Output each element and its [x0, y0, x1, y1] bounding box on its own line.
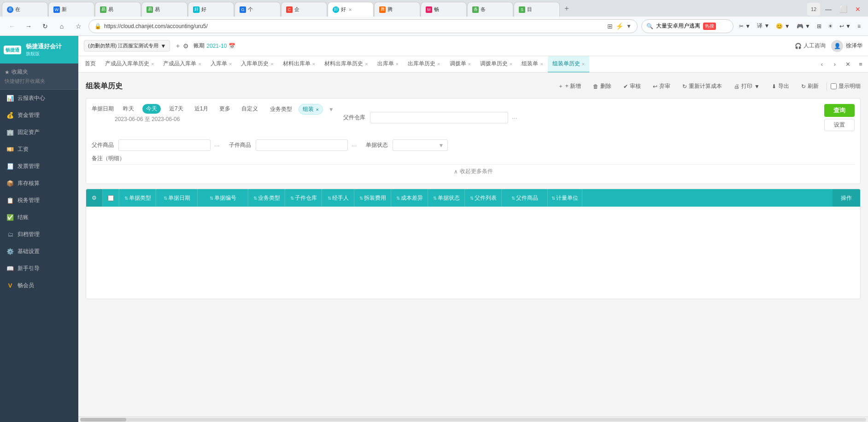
- th-parent-goods[interactable]: ⇅ 父件商品: [502, 189, 548, 207]
- th-checkbox[interactable]: [103, 189, 119, 207]
- sidebar-item-member[interactable]: V 畅会员: [0, 277, 78, 294]
- sidebar-item-salary[interactable]: 💴 工资: [0, 141, 78, 158]
- biz-tag-close[interactable]: ×: [316, 107, 318, 112]
- show-detail-checkbox[interactable]: 显示明细: [831, 82, 861, 90]
- browser-tab-2[interactable]: W 新: [48, 2, 94, 17]
- browser-tab-11[interactable]: 各 各: [467, 2, 513, 17]
- parent-goods-dots[interactable]: ···: [214, 142, 220, 149]
- help-button[interactable]: 🎧 人工咨询: [795, 42, 826, 50]
- tabs-close-btn[interactable]: ✕: [842, 59, 853, 70]
- warehouse-dots-btn[interactable]: ···: [512, 114, 517, 121]
- add-company-btn[interactable]: ＋: [175, 42, 181, 50]
- nav-tab-transfer-history-close[interactable]: ×: [510, 61, 512, 67]
- sidebar-item-funds[interactable]: 💰 资金管理: [0, 107, 78, 124]
- tab-count-badge[interactable]: 12: [807, 3, 820, 16]
- sidebar-item-reports[interactable]: 📊 云报表中心: [0, 90, 78, 107]
- browser-tab-3[interactable]: 易 易: [95, 2, 141, 17]
- nav-tab-finished[interactable]: 产成品入库单 ×: [158, 56, 205, 73]
- date-yesterday-btn[interactable]: 昨天: [120, 104, 137, 114]
- nav-tab-transfer-close[interactable]: ×: [468, 61, 471, 67]
- tab-restore-btn[interactable]: ⬜: [837, 3, 850, 16]
- th-disassembly-cost[interactable]: ⇅ 拆装费用: [354, 189, 391, 207]
- th-handler[interactable]: ⇅ 经手人: [322, 189, 354, 207]
- nav-tab-inbound-history-close[interactable]: ×: [270, 61, 273, 67]
- child-goods-dots[interactable]: ···: [352, 142, 357, 149]
- nav-tab-outbound-history[interactable]: 出库单历史 ×: [403, 56, 445, 73]
- th-child-warehouse[interactable]: ⇅ 子件仓库: [285, 189, 322, 207]
- search-area[interactable]: 🔍 大量安卓用户逃离 热搜: [641, 19, 733, 33]
- period-value[interactable]: 2021-10: [206, 43, 227, 49]
- nav-tab-outbound-history-close[interactable]: ×: [437, 61, 440, 67]
- nav-tab-assembly-history-close[interactable]: ×: [582, 61, 585, 67]
- nav-tab-home[interactable]: 首页: [80, 56, 100, 73]
- undo-tool-btn[interactable]: ↩ ▼: [838, 22, 853, 30]
- address-lightning-icon[interactable]: ⚡: [616, 23, 623, 30]
- nav-tab-outbound[interactable]: 出库单 ×: [373, 56, 403, 73]
- scroll-bar-thumb[interactable]: [80, 418, 126, 422]
- scroll-bar-container[interactable]: [78, 416, 868, 422]
- browser-tab-10[interactable]: M 畅: [421, 2, 467, 17]
- th-biz-type[interactable]: ⇅ 业务类型: [248, 189, 285, 207]
- nav-tab-assembly-history[interactable]: 组装单历史 ×: [548, 56, 589, 73]
- th-settings[interactable]: ⚙: [86, 189, 103, 207]
- th-bill-no[interactable]: ⇅ 单据编号: [198, 189, 248, 207]
- th-parent-list[interactable]: ⇅ 父件列表: [465, 189, 502, 207]
- th-cost-diff[interactable]: ⇅ 成本差异: [391, 189, 428, 207]
- browser-tab-12[interactable]: S 目: [514, 2, 560, 17]
- tabs-next-btn[interactable]: ›: [829, 59, 840, 70]
- menu-tool-btn[interactable]: ≡: [856, 22, 862, 30]
- nav-tab-inbound[interactable]: 入库单 ×: [206, 56, 236, 73]
- browser-tab-7[interactable]: C 企: [281, 2, 327, 17]
- th-bill-type[interactable]: ⇅ 单据类型: [119, 189, 156, 207]
- translate-tool-btn[interactable]: 译 ▼: [755, 21, 771, 31]
- tabs-prev-btn[interactable]: ‹: [816, 59, 827, 70]
- biz-select-chevron[interactable]: ▼: [328, 106, 334, 113]
- sidebar-item-close-account[interactable]: ✅ 结账: [0, 209, 78, 226]
- bill-status-select[interactable]: ▼: [393, 139, 448, 151]
- address-chevron-icon[interactable]: ▼: [626, 23, 632, 29]
- browser-tab-5[interactable]: 好 好: [188, 2, 234, 17]
- date-more-btn[interactable]: 更多: [217, 104, 233, 114]
- nav-tab-material-out-history[interactable]: 材料出库单历史 ×: [320, 56, 372, 73]
- sidebar-item-archive[interactable]: 🗂 归档管理: [0, 226, 78, 243]
- nav-tab-material-out-close[interactable]: ×: [312, 61, 315, 67]
- nav-tab-assembly[interactable]: 组装单 ×: [517, 56, 547, 73]
- apps-tool-btn[interactable]: ⊞: [815, 22, 823, 30]
- browser-tab-8-close[interactable]: ×: [349, 7, 352, 12]
- game-tool-btn[interactable]: 🎮 ▼: [795, 22, 812, 30]
- nav-tab-finished-history-close[interactable]: ×: [151, 61, 154, 67]
- date-today-btn[interactable]: 今天: [142, 104, 161, 114]
- sun-tool-btn[interactable]: ☀: [826, 22, 835, 30]
- settings-button[interactable]: 设置: [824, 119, 855, 131]
- company-selector[interactable]: (勿删勿禁用) 江西服宝测试专用 ▼: [84, 40, 170, 52]
- sidebar-item-assets[interactable]: 🏢 固定资产: [0, 124, 78, 141]
- cut-tool-btn[interactable]: ✂ ▼: [737, 22, 752, 30]
- tab-minimize-btn[interactable]: —: [822, 3, 835, 16]
- nav-tab-transfer-history[interactable]: 调拨单历史 ×: [475, 56, 517, 73]
- query-button[interactable]: 查询: [824, 104, 855, 117]
- abandon-button[interactable]: ↩ 弃审: [649, 80, 674, 92]
- refresh-button[interactable]: ↻ 刷新: [797, 80, 823, 92]
- warehouse-filter-input[interactable]: [370, 112, 508, 123]
- new-tab-button[interactable]: ＋: [560, 2, 573, 15]
- parent-goods-input[interactable]: [118, 139, 211, 151]
- add-button[interactable]: ＋ + 新增: [554, 80, 585, 92]
- sidebar-item-settings[interactable]: ⚙️ 基础设置: [0, 243, 78, 260]
- browser-tab-9[interactable]: 腾 腾: [374, 2, 420, 17]
- sidebar-item-guide[interactable]: 📖 新手引导: [0, 260, 78, 277]
- browser-tab-1[interactable]: 在 在: [2, 2, 48, 17]
- company-settings-btn[interactable]: ⚙: [183, 42, 189, 50]
- nav-tab-finished-history[interactable]: 产成品入库单历史 ×: [100, 56, 158, 73]
- th-bill-status[interactable]: ⇅ 单据状态: [428, 189, 465, 207]
- nav-tab-outbound-close[interactable]: ×: [396, 61, 399, 67]
- period-calendar-icon[interactable]: 📅: [229, 43, 235, 49]
- export-button[interactable]: ⬇ 导出: [768, 80, 793, 92]
- nav-tab-material-out[interactable]: 材料出库单 ×: [278, 56, 320, 73]
- nav-tab-material-out-history-close[interactable]: ×: [365, 61, 368, 67]
- th-bill-date[interactable]: ⇅ 单据日期: [156, 189, 198, 207]
- home-button[interactable]: ⌂: [55, 20, 68, 33]
- bookmark-button[interactable]: ☆: [72, 20, 85, 33]
- reload-button[interactable]: ↻: [39, 20, 52, 33]
- browser-tab-4[interactable]: 易 易: [141, 2, 188, 17]
- nav-tab-assembly-close[interactable]: ×: [540, 61, 543, 67]
